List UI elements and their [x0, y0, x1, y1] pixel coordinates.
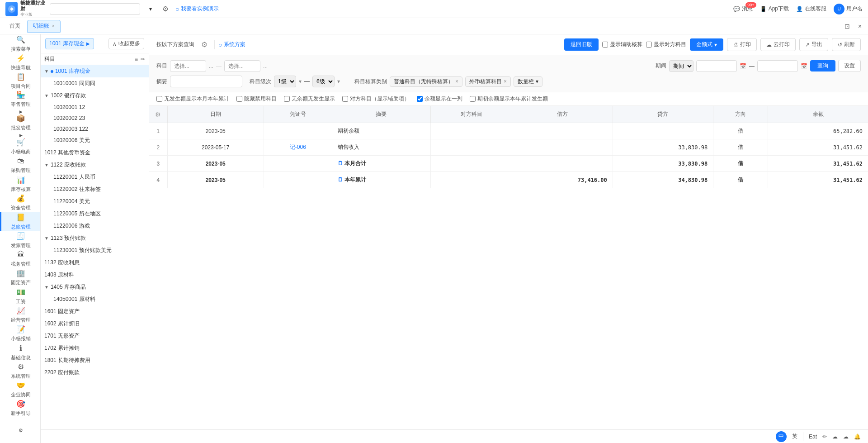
level-start-select[interactable]: 1级 [274, 76, 296, 87]
tree-node-1403[interactable]: 1403 原材料 [41, 269, 149, 281]
print-button[interactable]: 🖨 打印 [727, 38, 757, 51]
tree-node-11220002[interactable]: 11220002 往来标签 [41, 183, 149, 195]
calc-tag-normal-close[interactable]: × [455, 78, 458, 85]
return-old-button[interactable]: 退回旧版 [564, 38, 599, 51]
voucher-link-2[interactable]: 记-006 [290, 144, 306, 150]
tree-node-14050001[interactable]: 14050001 原材料 [41, 293, 149, 305]
demo-button[interactable]: ○ 我要看实例演示 [175, 5, 219, 13]
lang-en-button[interactable]: 英 [792, 433, 797, 440]
tree-node-11220001[interactable]: 11220001 人民币 [41, 171, 149, 183]
tree-node-1012[interactable]: 1012 其他货币资金 [41, 147, 149, 159]
app-download-button[interactable]: 📱 App下载 [760, 5, 789, 13]
calc-tag-foreign-close[interactable]: × [504, 78, 507, 85]
tree-node-1132[interactable]: 1132 应收利息 [41, 257, 149, 269]
bottom-bell-button[interactable]: 🔔 [854, 433, 861, 440]
period-start-input[interactable]: 2023-05 [696, 60, 737, 72]
check-opening-ytd[interactable]: 期初余额显示本年累计发生额 [470, 95, 548, 103]
sidebar-item-salary[interactable]: 💵 工资 [0, 287, 40, 305]
sidebar-item-capital[interactable]: 💰 资金管理 [0, 194, 40, 212]
sidebar-item-wholesale[interactable]: 📦 批发管理 ▶ [0, 114, 40, 138]
tree-scroll-area[interactable]: ▼ 1001 库存现金 10010001 同同同 ▼ 1002 银行存款 100… [41, 65, 149, 439]
sidebar-item-ledger[interactable]: 📒 总账管理 [0, 212, 40, 231]
sidebar-item-retail[interactable]: 🏪 零售管理 ▶ [0, 91, 40, 114]
online-service-button[interactable]: 👤 在线客服 [796, 5, 826, 13]
tree-node-11220005[interactable]: 11220005 所在地区 [41, 208, 149, 220]
tree-toggle-1123[interactable]: ▼ [44, 236, 49, 241]
check-balance-one-col[interactable]: 余额显示在一列 [417, 95, 462, 103]
tab-close-button[interactable]: × [855, 22, 864, 31]
nav-bottom-settings[interactable]: ⚙ [0, 418, 40, 443]
query-search-button[interactable]: 查询 [810, 60, 835, 71]
tree-node-1702[interactable]: 1702 累计摊销 [41, 342, 149, 354]
eat-label[interactable]: Eat [809, 433, 817, 440]
th-settings[interactable]: ⚙ [149, 106, 167, 123]
calendar-start-icon[interactable]: 📅 [740, 63, 746, 69]
tree-node-10020002[interactable]: 10020002 23 [41, 113, 149, 124]
sidebar-item-tax[interactable]: 🏛 税务管理 [0, 250, 40, 268]
filter-settings-button[interactable]: ⚙ [198, 38, 211, 51]
tree-node-11220006[interactable]: 11220006 游戏 [41, 220, 149, 232]
check-counter-subject[interactable]: 对方科目（显示辅助项） [342, 95, 410, 103]
tab-close-icon[interactable]: × [52, 24, 55, 29]
tree-toggle-1122[interactable]: ▼ [44, 162, 49, 167]
tree-toggle-1002[interactable]: ▼ [44, 93, 49, 98]
settings-button[interactable]: ⚙ [159, 3, 172, 15]
messages-button[interactable]: 💬 消息 99+ [733, 5, 753, 13]
bottom-cloud2-button[interactable]: ☁ [843, 433, 849, 440]
tree-selected-account[interactable]: 1001 库存现金 ▶ [45, 38, 94, 49]
table-container[interactable]: ⚙ 日期 凭证号 摘要 对方科目 借方 贷方 方向 余额 1 [149, 106, 868, 443]
tree-toggle-1405[interactable]: ▼ [44, 285, 49, 290]
tree-node-1405[interactable]: ▼ 1405 库存商品 [41, 281, 149, 293]
lang-toggle-button[interactable]: 中 [776, 431, 787, 442]
sidebar-item-operations[interactable]: 📈 经营管理 [0, 305, 40, 324]
subject-end-input[interactable] [224, 60, 260, 72]
subject-start-input[interactable] [170, 60, 206, 72]
tree-node-1701[interactable]: 1701 无形资产 [41, 330, 149, 342]
tree-node-10010001[interactable]: 10010001 同同同 [41, 77, 149, 90]
tree-expand-button[interactable]: ∧ 收起更多 [108, 38, 144, 49]
calendar-end-icon[interactable]: 📅 [801, 63, 807, 69]
tree-node-1001[interactable]: ▼ 1001 库存现金 [41, 65, 149, 77]
check-no-amount[interactable]: 无发生额显示本月本年累计 [156, 95, 229, 103]
export-button[interactable]: ↗ 导出 [799, 38, 828, 51]
tree-node-1123[interactable]: ▼ 1123 预付账款 [41, 232, 149, 244]
show-aux-checkbox[interactable]: 显示辅助核算 [602, 41, 642, 48]
sidebar-item-search[interactable]: 🔍 搜索菜单 [0, 34, 40, 53]
tree-node-1601[interactable]: 1601 固定资产 [41, 305, 149, 318]
level-end-select[interactable]: 6级 [312, 76, 335, 87]
sidebar-item-inventory[interactable]: 📊 库存核算 [0, 175, 40, 193]
sidebar-item-expense[interactable]: 📝 小畅报销 [0, 324, 40, 343]
sidebar-item-purchase[interactable]: 🛍 采购管理 [0, 156, 40, 175]
summary-input[interactable] [170, 76, 242, 87]
period-type-select[interactable]: 期间 [669, 60, 693, 72]
tree-node-1801[interactable]: 1801 长期待摊费用 [41, 354, 149, 367]
cloud-print-button[interactable]: ☁ 云打印 [760, 38, 796, 51]
tree-node-10020001[interactable]: 10020001 12 [41, 102, 149, 113]
user-menu[interactable]: U 用户名 [834, 4, 863, 14]
tree-node-2202[interactable]: 2202 应付账款 [41, 367, 149, 379]
tree-icon1[interactable]: ≡ [135, 56, 138, 62]
bottom-cloud-button[interactable]: ☁ [832, 433, 838, 440]
tree-node-10020006[interactable]: 10020006 美元 [41, 134, 149, 147]
bottom-edit-button[interactable]: ✏ [822, 433, 827, 440]
th-settings-icon[interactable]: ⚙ [155, 111, 161, 118]
sidebar-item-collab[interactable]: 🤝 企业协同 [0, 381, 40, 399]
sidebar-item-basic-info[interactable]: ℹ 基础信息 [0, 343, 40, 362]
amount-format-button[interactable]: 金额式 ▾ [690, 38, 723, 51]
quantity-down-icon[interactable]: ▾ [536, 78, 538, 85]
sidebar-item-assets[interactable]: 🏢 固定资产 [0, 268, 40, 287]
tree-icon2[interactable]: ✏ [141, 56, 145, 62]
tab-home[interactable]: 首页 [4, 20, 26, 33]
check-hide-disabled[interactable]: 隐藏禁用科目 [236, 95, 277, 103]
tab-maximize-button[interactable]: ⊡ [843, 22, 852, 31]
check-no-balance[interactable]: 无余额无发生显示 [284, 95, 335, 103]
tree-node-11220004[interactable]: 11220004 美元 [41, 195, 149, 208]
sidebar-item-project[interactable]: 📋 项目合同 [0, 72, 40, 91]
sidebar-item-quick-nav[interactable]: ⚡ 快捷导航 [0, 53, 40, 71]
tree-toggle-1001[interactable]: ▼ [44, 69, 49, 74]
period-end-input[interactable]: 2023-05 [757, 60, 798, 72]
tab-ledger[interactable]: 明细账 × [27, 20, 61, 33]
company-dropdown[interactable]: ▾ [144, 4, 156, 14]
refresh-button[interactable]: ↺ 刷新 [832, 38, 861, 51]
query-settings-button[interactable]: 设置 [838, 60, 861, 72]
